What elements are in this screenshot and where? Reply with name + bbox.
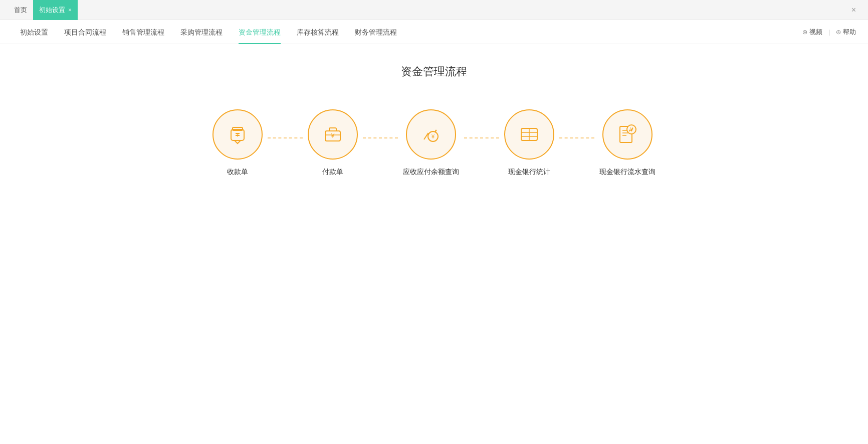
main-content: 资金管理流程 ¥ 收款单 (0, 44, 868, 197)
flow-circle-balance: ¥ (406, 109, 456, 160)
flow-row: ¥ 收款单 ¥ 付款单 (212, 109, 656, 177)
svg-point-8 (436, 130, 437, 131)
flow-circle-payment: ¥ (308, 109, 358, 160)
nav-item-finance[interactable]: 财务管理流程 (347, 20, 405, 44)
nav-item-capital[interactable]: 资金管理流程 (231, 20, 289, 44)
svg-text:¥: ¥ (431, 133, 435, 139)
receipt-icon: ¥ (225, 121, 251, 147)
flow-item-balance[interactable]: ¥ 应收应付余额查询 (403, 109, 459, 177)
payment-icon: ¥ (320, 121, 346, 147)
tab-close-icon[interactable]: × (68, 0, 72, 20)
connector-3 (459, 137, 504, 138)
svg-text:¥: ¥ (331, 132, 335, 139)
flow-label-payment: 付款单 (322, 168, 343, 177)
video-link[interactable]: ⊙ 视频 (802, 28, 822, 37)
flow-circle-cash-bank (504, 109, 554, 160)
nav-item-inventory[interactable]: 库存核算流程 (289, 20, 347, 44)
nav-item-purchase[interactable]: 采购管理流程 (172, 20, 231, 44)
tab-home[interactable]: 首页 (8, 0, 33, 20)
cash-bank-icon (516, 121, 542, 147)
flow-label-balance: 应收应付余额查询 (403, 168, 459, 177)
nav-item-initial[interactable]: 初始设置 (12, 20, 56, 44)
tab-active[interactable]: 初始设置 × (33, 0, 78, 20)
page-title: 资金管理流程 (401, 64, 467, 79)
flow-label-cash-bank: 现金银行统计 (508, 168, 550, 177)
nav-right-area: ⊙ 视频 | ⊙ 帮助 (802, 28, 856, 37)
help-link[interactable]: ⊙ 帮助 (836, 28, 856, 37)
nav-item-project[interactable]: 项目合同流程 (56, 20, 114, 44)
window-close-button[interactable]: × (847, 6, 860, 15)
flow-label-receipt: 收款单 (227, 168, 248, 177)
flow-circle-cash-flow: ¥ (602, 109, 653, 160)
svg-text:¥: ¥ (236, 132, 239, 138)
connector-1 (263, 137, 308, 138)
flow-item-payment[interactable]: ¥ 付款单 (308, 109, 358, 177)
top-bar: 首页 初始设置 × × (0, 0, 868, 20)
connector-2 (358, 137, 403, 138)
connector-4 (554, 137, 599, 138)
cash-flow-icon: ¥ (614, 121, 640, 147)
flow-item-cash-flow[interactable]: ¥ 现金银行流水查询 (599, 109, 656, 177)
nav-item-sales[interactable]: 销售管理流程 (114, 20, 172, 44)
flow-item-cash-bank[interactable]: 现金银行统计 (504, 109, 554, 177)
tab-active-label: 初始设置 (39, 0, 65, 20)
flow-item-receipt[interactable]: ¥ 收款单 (212, 109, 263, 177)
nav-bar: 初始设置 项目合同流程 销售管理流程 采购管理流程 资金管理流程 库存核算流程 … (0, 20, 868, 44)
flow-label-cash-flow: 现金银行流水查询 (599, 168, 656, 177)
flow-circle-receipt: ¥ (212, 109, 263, 160)
top-right-area: × (847, 6, 860, 15)
balance-icon: ¥ (418, 121, 444, 147)
